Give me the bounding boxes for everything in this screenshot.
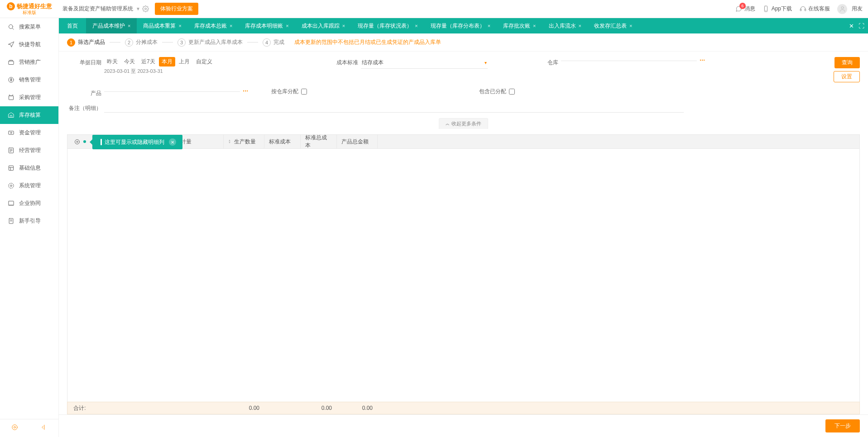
date-option-昨天[interactable]: 昨天 xyxy=(104,57,120,66)
step-2[interactable]: 2分摊成本 xyxy=(125,38,158,47)
sidebar-item-sysmgmt[interactable]: 系统管理 xyxy=(0,177,58,195)
sidebar-item-inventory[interactable]: 库存核算 xyxy=(0,106,58,124)
column-config-button[interactable] xyxy=(67,135,92,148)
tab-收发存汇总表[interactable]: 收发存汇总表× xyxy=(588,18,638,33)
include-allocated-checkbox[interactable] xyxy=(509,89,515,95)
product-more-icon[interactable]: ⋯ xyxy=(243,88,249,94)
close-icon[interactable]: × xyxy=(342,23,345,28)
cost-standard-label: 成本标准 xyxy=(324,57,358,66)
next-step-button[interactable]: 下一步 xyxy=(825,419,860,432)
sidebar-item-operate[interactable]: 经营管理 xyxy=(0,142,58,159)
tab-成本出入库跟踪[interactable]: 成本出入库跟踪× xyxy=(295,18,351,33)
system-selector-label: 装备及固定资产辅助管理系统 xyxy=(62,5,133,13)
close-icon[interactable]: × xyxy=(629,23,632,28)
tab-首页[interactable]: 首页 xyxy=(59,18,86,33)
steps-bar: 1筛选产成品2分摊成本3更新产成品入库单成本4完成 成本更新的范围中不包括已月结… xyxy=(59,33,868,52)
sidebar-item-search[interactable]: 搜索菜单 xyxy=(0,18,58,36)
sidebar-item-funds[interactable]: 资金管理 xyxy=(0,124,58,142)
sidebar-item-marketing[interactable]: 营销推广 xyxy=(0,53,58,71)
inventory-icon xyxy=(7,112,14,119)
tab-库存批次账[interactable]: 库存批次账× xyxy=(497,18,542,33)
svg-rect-9 xyxy=(8,61,13,65)
column-header-产品总金额[interactable]: 产品总金额 xyxy=(337,135,378,148)
tab-出入库流水[interactable]: 出入库流水× xyxy=(542,18,588,33)
funds-icon xyxy=(7,129,14,137)
experience-plan-button[interactable]: 体验行业方案 xyxy=(155,3,198,15)
column-header-生产数量[interactable]: ▲▼生产数量 xyxy=(224,135,264,148)
query-button[interactable]: 查询 xyxy=(834,57,860,68)
warehouse-more-icon[interactable]: ⋯ xyxy=(700,57,705,63)
close-icon[interactable]: × xyxy=(128,23,130,28)
step-4[interactable]: 4完成 xyxy=(263,38,284,47)
top-header: b 畅捷通好生意 标准版 装备及固定资产辅助管理系统 ▼ 体验行业方案 消息 6… xyxy=(0,0,868,18)
sidebar-item-label: 新手引导 xyxy=(19,217,41,225)
svg-rect-1 xyxy=(765,6,767,12)
settings-button[interactable]: 设置 xyxy=(834,71,860,82)
column-label: 标准总成本 xyxy=(305,134,332,149)
column-header-标准成本[interactable]: 标准成本 xyxy=(264,135,301,148)
svg-rect-3 xyxy=(800,9,801,11)
collapse-filters-button[interactable]: ︽ 收起更多条件 xyxy=(439,118,488,129)
sidebar-item-purchase[interactable]: 采购管理 xyxy=(0,89,58,106)
messages-link[interactable]: 消息 6 xyxy=(735,5,755,13)
sidebar-item-label: 系统管理 xyxy=(19,182,41,190)
warehouse-select[interactable] xyxy=(561,57,697,61)
step-label: 更新产成品入库单成本 xyxy=(188,38,243,46)
close-icon[interactable]: × xyxy=(230,23,232,28)
collapse-filters-label: 收起更多条件 xyxy=(451,120,481,127)
svg-point-33 xyxy=(75,139,79,144)
date-option-本月[interactable]: 本月 xyxy=(159,57,175,66)
close-icon[interactable]: × xyxy=(533,23,536,28)
sidebar-item-guide[interactable]: 新手引导 xyxy=(0,212,58,230)
collapse-sidebar-icon[interactable] xyxy=(40,424,47,432)
app-download-link[interactable]: App下载 xyxy=(762,5,792,13)
fullscreen-icon[interactable]: ⛶ xyxy=(858,23,864,29)
cost-standard-filter: 成本标准 结存成本 ▾ xyxy=(324,57,488,69)
product-filter: 产品 ⋯ xyxy=(67,88,249,97)
close-all-tabs-icon[interactable]: ✕ xyxy=(849,23,854,29)
tab-库存成本总账[interactable]: 库存成本总账× xyxy=(188,18,239,33)
close-icon[interactable]: × xyxy=(178,23,181,28)
system-selector[interactable]: 装备及固定资产辅助管理系统 ▼ xyxy=(62,5,140,13)
sidebar-item-sales[interactable]: 销售管理 xyxy=(0,71,58,89)
date-option-今天[interactable]: 今天 xyxy=(121,57,138,66)
settings-icon[interactable] xyxy=(11,424,18,432)
sidebar-item-basic[interactable]: 基础信息 xyxy=(0,159,58,177)
sidebar-item-quicknav[interactable]: 快捷导航 xyxy=(0,36,58,53)
by-warehouse-checkbox[interactable] xyxy=(301,89,307,95)
close-icon[interactable]: × xyxy=(579,23,581,28)
close-icon[interactable]: × xyxy=(415,23,417,28)
date-option-上月[interactable]: 上月 xyxy=(176,57,192,66)
step-3[interactable]: 3更新产成品入库单成本 xyxy=(177,38,243,47)
sidebar-item-label: 库存核算 xyxy=(19,111,41,119)
column-header-标准总成本[interactable]: 标准总成本 xyxy=(301,135,337,148)
product-select[interactable] xyxy=(104,88,240,92)
date-option-自定义[interactable]: 自定义 xyxy=(193,57,215,66)
close-icon[interactable]: × xyxy=(488,23,490,28)
by-warehouse-label: 按仓库分配 xyxy=(271,88,298,95)
step-number: 2 xyxy=(125,38,133,47)
sidebar-item-enterprise[interactable]: 企业协同 xyxy=(0,195,58,212)
step-1[interactable]: 1筛选产成品 xyxy=(67,38,105,47)
tab-商品成本重算[interactable]: 商品成本重算× xyxy=(137,18,187,33)
table-body xyxy=(67,149,860,402)
tooltip-close-icon[interactable]: ✕ xyxy=(169,138,176,146)
date-option-近7天[interactable]: 近7天 xyxy=(139,57,158,66)
step-label: 筛选产成品 xyxy=(78,38,105,46)
tab-库存成本明细账[interactable]: 库存成本明细账× xyxy=(239,18,295,33)
gear-icon[interactable] xyxy=(140,4,151,14)
tab-产品成本维护[interactable]: 产品成本维护× xyxy=(86,18,137,33)
bill-date-label: 单据日期 xyxy=(67,57,101,66)
cost-standard-select[interactable]: 结存成本 ▾ xyxy=(361,57,488,69)
online-service-link[interactable]: 在线客服 xyxy=(799,5,830,13)
close-icon[interactable]: × xyxy=(286,23,288,28)
tab-现存量（库存分布表）[interactable]: 现存量（库存分布表）× xyxy=(424,18,497,33)
svg-point-14 xyxy=(10,132,11,133)
user-menu[interactable]: 用友 xyxy=(837,4,863,14)
logo-block: b 畅捷通好生意 标准版 xyxy=(0,1,59,17)
filters-panel: 单据日期 昨天今天近7天本月上月自定义 2023-03-01 至 2023-03… xyxy=(59,52,868,133)
tab-现存量（库存状况表）[interactable]: 现存量（库存状况表）× xyxy=(351,18,424,33)
step-number: 3 xyxy=(177,38,186,47)
memo-input[interactable] xyxy=(104,103,684,113)
svg-point-22 xyxy=(10,185,12,187)
